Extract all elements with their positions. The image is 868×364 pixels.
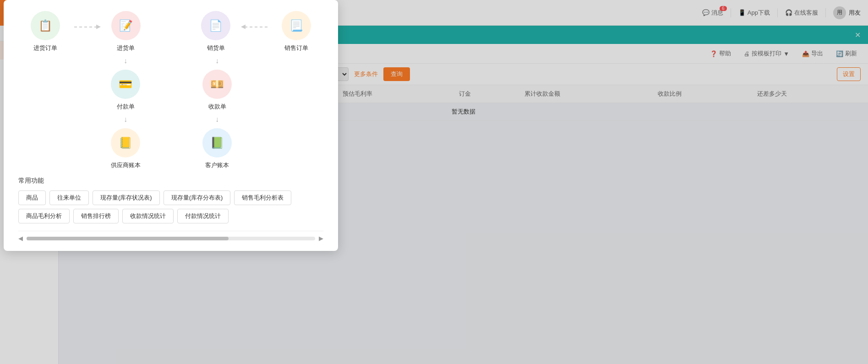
scrollbar-track[interactable] [59, 237, 315, 240]
flow-popup-overlay[interactable]: 📋 进货订单 ▶ 📝 进货单 [59, 44, 868, 364]
sales-bill-label: 销货单 [207, 44, 225, 52]
receipt-icon: 💴 [202, 70, 232, 99]
func-btn-partner[interactable]: 往来单位 [59, 190, 89, 205]
func-btn-product-margin[interactable]: 商品毛利分析 [59, 209, 70, 223]
supplier-ledger-icon: 📒 [111, 128, 140, 158]
customer-ledger-label: 客户账本 [205, 161, 229, 169]
flow-node-receipt[interactable]: ↓ 💴 收款单 [190, 56, 245, 111]
down-arrow-supplier: ↓ [111, 115, 140, 124]
down-arrow-customer: ↓ [202, 115, 232, 124]
function-buttons: 商品 往来单位 现存量(库存状况表) 现存量(库存分布表) 销售毛利分析表 商品… [59, 190, 323, 223]
common-title: 常用功能 [59, 177, 323, 185]
flow-node-supplier-ledger[interactable]: ↓ 📒 供应商账本 [98, 114, 153, 169]
scroll-area: ◀ ▶ [59, 231, 323, 242]
supplier-ledger-label: 供应商账本 [111, 161, 141, 169]
flow-node-payment[interactable]: ↓ 💳 付款单 [98, 56, 153, 111]
customer-ledger-icon: 📗 [202, 128, 232, 158]
main-area: 装备及固定资产辅助管理系统 ▼ ⚙ 体验行业方案 💬 消息 6 📱 App下载 … [59, 0, 868, 364]
payment-icon: 💳 [111, 70, 140, 99]
func-btn-stock-dist[interactable]: 现存量(库存分布表) [164, 190, 231, 205]
func-btn-stock-status[interactable]: 现存量(库存状况表) [93, 190, 160, 205]
common-functions: 常用功能 商品 往来单位 现存量(库存状况表) 现存量(库存分布表) 销售毛利分… [59, 177, 323, 223]
func-btn-payment-stats[interactable]: 付款情况统计 [177, 209, 229, 223]
func-btn-sales-margin[interactable]: 销售毛利分析表 [234, 190, 291, 205]
flow-popup: 📋 进货订单 ▶ 📝 进货单 [59, 44, 338, 251]
flow-node-purchase-order[interactable]: 📋 进货订单 [59, 44, 72, 52]
payment-label: 付款单 [117, 103, 135, 111]
func-btn-receipt-stats[interactable]: 收款情况统计 [122, 209, 174, 223]
flow-node-sales-bill[interactable]: 📄 销货单 [189, 44, 243, 52]
sales-order-label: 销售订单 [284, 44, 308, 52]
flow-node-sales-order[interactable]: 📃 销售订单 [269, 44, 323, 52]
receipt-label: 收款单 [208, 103, 226, 111]
flow-node-customer-ledger[interactable]: ↓ 📗 客户账本 [190, 114, 245, 169]
func-btn-sales-rank[interactable]: 销售排行榜 [73, 209, 119, 223]
content-wrapper: ❓ 帮助 🖨 按模板打印 ▼ 📤 导出 🔄 刷新 [59, 44, 868, 364]
purchase-bill-label: 进货单 [117, 44, 135, 52]
down-arrow-payment: ↓ [111, 57, 140, 65]
scroll-right-btn[interactable]: ▶ [319, 235, 323, 242]
down-arrow-receipt: ↓ [202, 57, 232, 65]
flow-node-purchase-bill[interactable]: 📝 进货单 [99, 44, 153, 52]
